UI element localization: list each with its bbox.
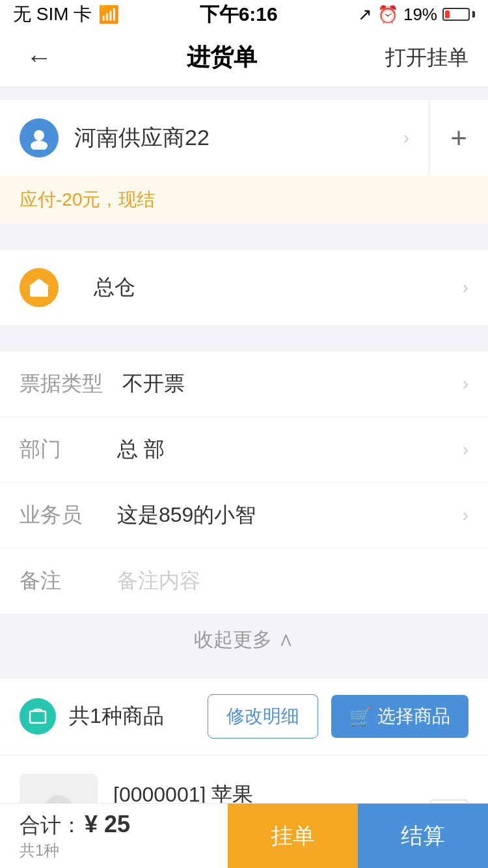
- open-hold-button[interactable]: 打开挂单: [385, 44, 468, 72]
- status-bar: 无 SIM 卡 📶 下午6:16 ↗ ⏰ 19%: [0, 0, 488, 29]
- product-header: 共1种商品 修改明细 🛒 选择商品: [0, 679, 488, 754]
- remark-input[interactable]: 备注内容: [117, 567, 468, 595]
- collapse-toggle[interactable]: 收起更多 ∧: [0, 614, 488, 666]
- salesperson-value: 这是859的小智: [117, 501, 456, 530]
- chevron-right-dept: ›: [463, 439, 468, 460]
- cart-icon: 🛒: [349, 706, 372, 727]
- supplier-select-button[interactable]: 河南供应商22 ›: [0, 100, 429, 176]
- chevron-right-sales: ›: [463, 505, 468, 526]
- chevron-right-icon: ›: [403, 128, 409, 148]
- department-value: 总 部: [117, 435, 456, 464]
- svg-rect-4: [30, 711, 46, 723]
- nav-bar: ← 进货单 打开挂单: [0, 29, 488, 87]
- svg-point-0: [34, 130, 44, 141]
- warehouse-icon: [20, 268, 59, 307]
- chevron-right-invoice: ›: [463, 373, 468, 394]
- edit-detail-button[interactable]: 修改明细: [208, 694, 318, 739]
- collapse-label: 收起更多 ∧: [194, 627, 293, 653]
- salesperson-row[interactable]: 业务员 这是859的小智 ›: [0, 483, 488, 549]
- total-section: 合计： ¥ 25 共1种: [0, 804, 228, 868]
- divider-2: [0, 224, 488, 237]
- product-section-icon: [20, 698, 56, 735]
- divider-3: [0, 325, 488, 338]
- svg-point-1: [31, 141, 47, 150]
- form-section: 票据类型 不开票 › 部门 总 部 › 业务员 这是859的小智 › 备注 备注…: [0, 351, 488, 614]
- chevron-right-warehouse: ›: [463, 277, 468, 298]
- supplier-avatar: [20, 118, 59, 157]
- page-title: 进货单: [187, 42, 257, 74]
- checkout-button[interactable]: 结算: [358, 804, 488, 868]
- product-count-label: 共1种商品: [69, 702, 195, 731]
- remark-row[interactable]: 备注 备注内容: [0, 549, 488, 614]
- status-time: 下午6:16: [200, 1, 278, 28]
- info-banner: 应付-20元，现结: [0, 176, 488, 224]
- total-label: 合计：: [20, 811, 82, 840]
- invoice-type-label: 票据类型: [20, 370, 103, 398]
- total-amount: ¥ 25: [85, 811, 130, 838]
- hold-button[interactable]: 挂单: [228, 804, 358, 868]
- bottom-bar: 合计： ¥ 25 共1种 挂单 结算: [0, 803, 488, 868]
- warehouse-section: 总仓 ›: [0, 250, 488, 325]
- battery-icon: [442, 8, 475, 21]
- supplier-section: 河南供应商22 › +: [0, 100, 488, 176]
- warehouse-row[interactable]: 总仓 ›: [0, 250, 488, 325]
- plus-icon: +: [450, 122, 467, 154]
- salesperson-label: 业务员: [20, 501, 98, 530]
- add-supplier-button[interactable]: +: [429, 100, 488, 176]
- status-left: 无 SIM 卡 📶: [13, 2, 119, 27]
- svg-marker-3: [29, 278, 49, 286]
- wifi-icon: 📶: [98, 5, 119, 25]
- supplier-name: 河南供应商22: [74, 123, 397, 153]
- top-divider: [0, 87, 488, 100]
- total-count: 共1种: [20, 840, 208, 861]
- department-row[interactable]: 部门 总 部 ›: [0, 417, 488, 483]
- select-product-button[interactable]: 🛒 选择商品: [331, 695, 468, 738]
- remark-label: 备注: [20, 567, 98, 595]
- warehouse-value: 总仓: [94, 273, 456, 302]
- carrier-text: 无 SIM 卡: [13, 2, 92, 27]
- svg-rect-2: [30, 286, 48, 297]
- battery-percent: 19%: [403, 5, 437, 25]
- location-icon: ↗: [358, 5, 372, 25]
- invoice-type-value: 不开票: [122, 370, 456, 398]
- back-button[interactable]: ←: [20, 36, 59, 79]
- department-label: 部门: [20, 435, 98, 464]
- invoice-type-row[interactable]: 票据类型 不开票 ›: [0, 351, 488, 417]
- alarm-icon: ⏰: [377, 5, 398, 25]
- status-right: ↗ ⏰ 19%: [358, 5, 475, 25]
